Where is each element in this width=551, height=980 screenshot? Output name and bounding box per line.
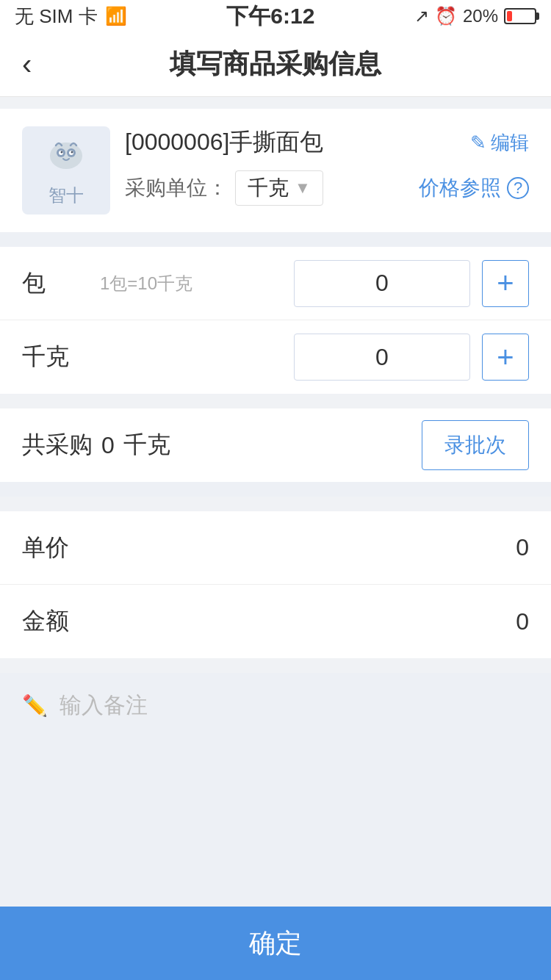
kg-plus-button[interactable]: + [482,334,529,381]
section-divider-1 [0,232,551,247]
status-bar: 无 SIM 卡 📶 下午6:12 ↗ ⏰ 20% [0,0,551,32]
direction-icon: ↗ [414,6,429,26]
nav-bar: ‹ 填写商品采购信息 [0,32,551,97]
back-icon: ‹ [22,48,32,81]
edit-button[interactable]: ✎ 编辑 [470,130,529,156]
amount-row: 金额 0 [0,585,551,658]
edit-icon: ✎ [470,131,486,154]
plus-icon: + [497,267,514,300]
plus-icon-2: + [497,341,514,374]
summary-text: 共采购 0 千克 [22,429,170,461]
total-amount: 0 [101,432,115,459]
summary-section: 共采购 0 千克 录批次 [0,408,551,482]
remark-input[interactable]: 输入备注 [60,691,148,721]
record-batch-button[interactable]: 录批次 [422,420,529,470]
unit-selector[interactable]: 千克 ▼ [235,170,323,206]
price-reference-button[interactable]: 价格参照 ? [419,174,529,202]
unit-price-row: 单价 0 [0,511,551,585]
unit-price-label: 单价 [22,532,69,564]
chevron-down-icon: ▼ [295,179,311,198]
kg-quantity-input[interactable]: 0 [294,334,470,381]
status-right: ↗ ⏰ 20% [414,6,536,26]
product-image-icon [46,134,87,181]
section-divider-2 [0,482,551,497]
bag-input-row: 包 1包=10千克 0 + [0,247,551,320]
bag-label: 包 [22,267,81,300]
svg-point-5 [61,151,63,154]
amount-label: 金额 [22,605,69,638]
battery-icon [504,8,536,24]
help-icon: ? [507,177,529,199]
unit-row: 采购单位： 千克 ▼ [125,170,323,206]
svg-point-6 [71,151,73,154]
bag-plus-button[interactable]: + [482,260,529,307]
bag-sublabel: 1包=10千克 [100,272,192,295]
wifi-icon: 📶 [105,6,127,26]
product-thumbnail: 智十 [22,126,110,215]
kg-label: 千克 [22,341,81,373]
status-time: 下午6:12 [226,1,314,32]
svg-point-0 [50,143,82,169]
price-ref-label: 价格参照 [419,174,501,202]
product-card: 智十 [0000006]手撕面包 ✎ 编辑 采购单位： 千克 ▼ [0,109,551,232]
unit-value: 千克 [248,174,289,202]
price-info-section: 单价 0 金额 0 [0,511,551,658]
total-unit: 千克 [123,429,170,461]
bag-quantity-input[interactable]: 0 [294,260,470,307]
back-button[interactable]: ‹ [22,48,66,81]
total-label: 共采购 [22,429,93,461]
battery-percent: 20% [463,6,498,26]
amount-value: 0 [516,608,529,635]
unit-label: 采购单位： [125,174,228,202]
kg-field-wrap: 0 + [96,334,529,381]
carrier-text: 无 SIM 卡 [15,4,98,29]
alarm-icon: ⏰ [435,6,457,26]
unit-price-value: 0 [516,534,529,561]
quantity-input-section: 包 1包=10千克 0 + 千克 0 + [0,247,551,394]
brand-label: 智十 [48,184,84,207]
summary-row: 共采购 0 千克 录批次 [0,408,551,482]
bag-field-wrap: 0 + [207,260,529,307]
pencil-icon: ✏️ [22,693,48,718]
confirm-button[interactable]: 确定 [0,907,551,980]
page-title: 填写商品采购信息 [170,46,381,82]
product-info: [0000006]手撕面包 ✎ 编辑 采购单位： 千克 ▼ 价格参照 ? [125,126,529,206]
status-left: 无 SIM 卡 📶 [15,4,127,29]
product-name: [0000006]手撕面包 [125,126,323,159]
kg-input-row: 千克 0 + [0,320,551,394]
remark-section[interactable]: ✏️ 输入备注 [0,673,551,738]
